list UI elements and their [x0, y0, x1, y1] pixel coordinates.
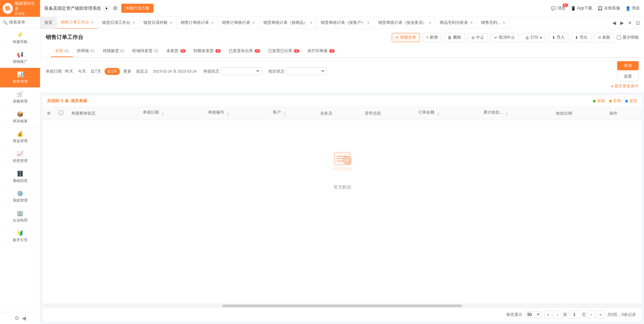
new-button[interactable]: + 新增 — [423, 33, 441, 42]
col-date[interactable]: 单据日期 ▲ ▼ — [139, 107, 204, 120]
date-custom[interactable]: 自定义 — [135, 68, 149, 75]
cancel-review-action[interactable]: 弃审 — [609, 98, 621, 104]
tab-sales-order-close[interactable]: ✕ — [91, 21, 94, 24]
filter-tab-shipped-not-out[interactable]: 已发货未出库 0 — [225, 45, 264, 57]
scroll-thumb[interactable] — [222, 305, 462, 307]
sidebar-collapse-icon[interactable]: ◀ — [22, 315, 26, 321]
tab-sales-summary-customer-close[interactable]: ✕ — [367, 21, 370, 25]
sidebar-item-purchase[interactable]: 🛒 采购管理 — [0, 88, 40, 108]
cancel-stop-button[interactable]: ↩ 取消中止 — [490, 33, 519, 42]
payment-select[interactable] — [287, 67, 327, 75]
filter-tab-pending-check[interactable]: 待拣验货 (0) — [99, 45, 129, 57]
data-area: 共找到 0 条 相关单据 审核 弃审 发货 — [43, 95, 641, 321]
tab-cash-daily-close[interactable]: ✕ — [132, 21, 135, 25]
tab-sales-summary-customer[interactable]: 销货单统计表（按客户） ✕ — [317, 17, 374, 29]
sidebar-item-inventory[interactable]: 📦 库存核算 — [0, 108, 40, 127]
tab-cash-reconcile[interactable]: 钱货日清对账 ✕ — [139, 17, 177, 29]
page-next-btn[interactable]: › — [587, 311, 595, 319]
show-detail-toggle[interactable]: 显示明细 — [617, 35, 639, 40]
tab-gross-profit-close[interactable]: ✕ — [470, 21, 473, 25]
scroll-area[interactable] — [43, 303, 641, 308]
date-more[interactable]: 更多 — [122, 68, 133, 75]
page-total: 共0页，0条记录 — [607, 312, 636, 318]
col-customer[interactable]: 客户 ▲ ▼ — [269, 107, 316, 120]
filter-tab-pending-review[interactable]: 待审核 (0) — [73, 45, 99, 57]
tabs-expand[interactable]: ⊡ — [635, 19, 641, 26]
page-last-btn[interactable]: » — [597, 311, 605, 319]
sidebar-item-quick-nav[interactable]: ⚡ 快捷导航 — [0, 28, 40, 48]
message-icon-item[interactable]: 💬 消息 6 — [551, 5, 565, 11]
import-button[interactable]: ⬆ 导入 — [548, 33, 568, 42]
tab-sales-stat-close[interactable]: ✕ — [211, 21, 214, 25]
delete-button[interactable]: 🗑 删除 — [444, 33, 465, 42]
col-amount[interactable]: 订单金额 ▲ ▼ — [414, 107, 479, 120]
sidebar-item-enterprise[interactable]: 🏢 企业协同 — [0, 207, 40, 227]
sidebar-settings-icon[interactable]: ⚙ — [14, 315, 19, 321]
app-download-item[interactable]: 📱 App下载 — [571, 5, 592, 11]
tab-gross-profit[interactable]: 商品毛利分析表 ✕ — [436, 17, 477, 29]
sidebar-item-finance[interactable]: 💰 资金管理 — [0, 127, 40, 147]
filter-settings-button[interactable]: 设置 — [617, 72, 639, 81]
export-button[interactable]: ⬇ 导出 — [571, 33, 591, 42]
date-yesterday[interactable]: 昨天 — [64, 68, 75, 75]
tab-sales-more-close[interactable]: ✕ — [503, 21, 505, 25]
query-button[interactable]: 查询 — [617, 61, 639, 70]
filter-tab-shipped-out[interactable]: 已发货已出库 0 — [264, 45, 303, 57]
select-all-checkbox[interactable] — [59, 111, 63, 115]
sidebar-item-sales[interactable]: 📊 销售管理 — [0, 68, 40, 88]
filter-tab-overdue-ship[interactable]: 到期未发货 0 — [189, 45, 225, 57]
page-first-btn[interactable]: « — [544, 311, 552, 319]
page-size-select[interactable]: 50 10 20 100 — [525, 311, 542, 318]
sidebar-item-marketing[interactable]: 📢 营销推广 — [0, 48, 40, 68]
sidebar-item-newbie[interactable]: 🔰 新手引导 — [0, 227, 40, 246]
tab-home[interactable]: 首页 — [40, 17, 57, 29]
sidebar-item-basic[interactable]: 🗄️ 基础信息 — [0, 167, 40, 187]
date-1month[interactable]: 近1月 — [104, 68, 120, 75]
topbar-settings-icon[interactable]: ⚙ — [112, 5, 119, 12]
system-dropdown[interactable]: ▾ — [104, 6, 109, 11]
sidebar-item-operation[interactable]: 📈 经营管理 — [0, 147, 40, 167]
filter-tab-not-shipped[interactable]: 未发货 0 — [162, 45, 189, 57]
date-7days[interactable]: 近7天 — [89, 68, 102, 75]
tab-sales-exec-close[interactable]: ✕ — [252, 21, 255, 25]
col-settings[interactable]: ⚙ — [43, 107, 55, 120]
tab-sales-summary-staff-close[interactable]: ✕ — [429, 21, 431, 25]
print-button[interactable]: 🖨 打印 ▾ — [521, 33, 546, 42]
filter-tab-not-printed[interactable]: 未打印单据 0 — [303, 45, 339, 57]
online-service-item[interactable]: 🎧 在线客服 — [598, 5, 620, 11]
tab-cash-reconcile-close[interactable]: ✕ — [170, 21, 172, 25]
filter-tab-all[interactable]: 全部 (0) — [51, 45, 73, 57]
ai-generate-button[interactable]: ✦ 智能生单 — [392, 33, 420, 42]
user-item[interactable]: 👤 用友 — [626, 5, 640, 11]
ship-action[interactable]: 发货 — [625, 98, 637, 104]
refresh-button[interactable]: ↺ 刷新 — [594, 33, 614, 42]
tabs-nav-prev[interactable]: ◀ — [611, 19, 617, 26]
sort-date-icon: ▲ ▼ — [161, 112, 164, 117]
sidebar-item-system[interactable]: ⚙️ 系统管理 — [0, 187, 40, 207]
solution-button[interactable]: 体验行业方案 — [121, 4, 154, 13]
search-menu[interactable]: 🔍 搜索菜单 — [0, 17, 40, 28]
tab-sales-summary-staff[interactable]: 销货单统计表（按业务员） ✕ — [374, 17, 436, 29]
page-input[interactable] — [568, 311, 581, 319]
col-collected[interactable]: 累计收款... ▲ ▼ — [479, 107, 552, 120]
tab-sales-exec[interactable]: 销售订单执行表 ✕ — [218, 17, 259, 29]
filter-tab-wangpu-ship[interactable]: 旺铺待发货 (0) — [128, 45, 162, 57]
print-icon: 🖨 — [525, 35, 529, 40]
date-today[interactable]: 今天 — [77, 68, 87, 75]
stop-button[interactable]: ⊘ 中止 — [468, 33, 488, 42]
tab-sales-summary-product-close[interactable]: ✕ — [310, 21, 312, 25]
tab-sales-more[interactable]: 销售毛利... ✕ — [477, 17, 510, 29]
filter-row-1: 单据日期 昨天 今天 近7天 近1月 更多 自定义 2023-02-24 至 2… — [46, 61, 639, 81]
tab-sales-stat[interactable]: 销售订单统计表 ✕ — [177, 17, 218, 29]
page-prev-btn[interactable]: ‹ — [554, 311, 562, 319]
col-no[interactable]: 单据编号 ▲ ▼ — [204, 107, 269, 120]
show-detail-checkbox[interactable] — [617, 35, 621, 40]
expand-more-button[interactable]: ▾ 展开更多条件 — [611, 83, 639, 89]
review-action[interactable]: 审核 — [593, 98, 605, 104]
tab-cash-daily[interactable]: 钱货日清工作台 ✕ — [98, 17, 139, 29]
tabs-close-all[interactable]: ✕ — [627, 19, 633, 26]
tab-sales-order[interactable]: 销售订单工作台 ✕ — [57, 17, 98, 29]
status-select[interactable] — [221, 67, 262, 75]
tab-sales-summary-product[interactable]: 销货单统计表（按商品） ✕ — [259, 17, 317, 29]
tabs-nav-next[interactable]: ▶ — [619, 19, 625, 26]
